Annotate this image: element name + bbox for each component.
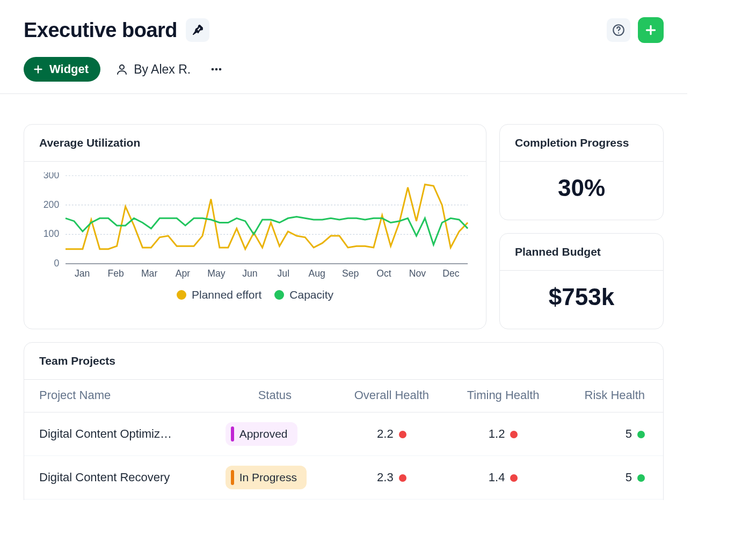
- legend-swatch-icon: [274, 290, 284, 300]
- cell-project-name: Energized-Meet Campa…: [24, 500, 215, 501]
- svg-point-4: [215, 68, 218, 71]
- health-dot-icon: [637, 431, 645, 438]
- svg-text:Sep: Sep: [342, 268, 359, 279]
- health-dot-icon: [637, 474, 645, 482]
- status-bar-icon: [231, 426, 234, 442]
- svg-point-5: [219, 68, 222, 71]
- health-dot-icon: [510, 431, 518, 438]
- status-label: In Progress: [239, 471, 297, 484]
- svg-text:Nov: Nov: [409, 268, 426, 279]
- cell-status: Approved: [215, 412, 335, 456]
- table-row[interactable]: Energized-Meet Campa…Completed2.31.75: [24, 500, 663, 501]
- legend-label: Capacity: [289, 288, 333, 301]
- budget-title: Planned Budget: [500, 234, 663, 271]
- health-dot-icon: [399, 474, 406, 482]
- svg-point-2: [120, 65, 124, 69]
- plus-icon: [32, 63, 44, 75]
- col-status[interactable]: Status: [215, 380, 335, 412]
- status-pill: Approved: [226, 422, 297, 446]
- more-menu-button[interactable]: [206, 59, 227, 80]
- add-widget-button[interactable]: Widget: [24, 57, 100, 82]
- cell-overall-health: 2.3: [335, 500, 448, 501]
- team-projects-card: Team Projects Project Name Status Overal…: [24, 342, 664, 500]
- completion-title: Completion Progress: [500, 125, 663, 162]
- cell-status: In Progress: [215, 456, 335, 500]
- cell-risk-health: 5: [558, 500, 663, 501]
- svg-text:100: 100: [43, 228, 60, 239]
- legend-capacity: Capacity: [274, 288, 333, 301]
- svg-text:0: 0: [54, 258, 59, 269]
- legend-label: Planned effort: [192, 288, 261, 301]
- health-dot-icon: [399, 431, 406, 438]
- svg-text:300: 300: [43, 172, 60, 180]
- more-icon: [209, 62, 224, 77]
- svg-text:May: May: [207, 268, 225, 279]
- cell-timing-health: 1.2: [448, 412, 558, 456]
- legend-planned-effort: Planned effort: [177, 288, 261, 301]
- table-title: Team Projects: [24, 343, 663, 380]
- status-pill: In Progress: [226, 466, 307, 489]
- projects-table: Project Name Status Overall Health Timin…: [24, 380, 663, 500]
- svg-text:Aug: Aug: [309, 268, 325, 279]
- health-dot-icon: [510, 474, 518, 482]
- svg-text:Mar: Mar: [141, 268, 157, 279]
- cell-timing-health: 1.7: [448, 500, 558, 501]
- pin-icon: [191, 24, 204, 37]
- cell-project-name: Digital Content Optimiz…: [24, 412, 215, 456]
- status-bar-icon: [231, 470, 234, 485]
- help-icon: [612, 23, 626, 37]
- svg-text:Feb: Feb: [107, 268, 123, 279]
- svg-text:Oct: Oct: [376, 268, 391, 279]
- cell-overall-health: 2.2: [335, 412, 448, 456]
- svg-point-3: [212, 68, 214, 71]
- svg-text:Apr: Apr: [176, 268, 191, 279]
- svg-text:Jun: Jun: [242, 268, 257, 279]
- cell-timing-health: 1.4: [448, 456, 558, 500]
- status-label: Approved: [239, 428, 288, 440]
- utilization-chart-card: Average Utilization 0100200300JanFebMarA…: [24, 124, 486, 329]
- svg-text:Jan: Jan: [75, 268, 90, 279]
- cell-overall-health: 2.3: [335, 456, 448, 500]
- cell-risk-health: 5: [558, 412, 663, 456]
- svg-text:200: 200: [43, 199, 60, 210]
- by-user-filter[interactable]: By Alex R.: [115, 62, 191, 77]
- legend-swatch-icon: [177, 290, 186, 300]
- pin-button[interactable]: [186, 18, 209, 42]
- cell-project-name: Digital Content Recovery: [24, 456, 215, 500]
- table-row[interactable]: Digital Content RecoveryIn Progress2.31.…: [24, 456, 663, 500]
- budget-card: Planned Budget $753k: [499, 233, 664, 329]
- completion-card: Completion Progress 30%: [499, 124, 664, 220]
- col-timing-health[interactable]: Timing Health: [448, 380, 558, 412]
- svg-point-1: [618, 32, 619, 33]
- page-title: Executive board: [24, 19, 177, 42]
- help-button[interactable]: [607, 18, 630, 42]
- widget-button-label: Widget: [49, 62, 89, 76]
- cell-risk-health: 5: [558, 456, 663, 500]
- budget-value: $753k: [549, 284, 614, 310]
- chart-legend: Planned effort Capacity: [39, 288, 471, 301]
- svg-text:Jul: Jul: [278, 268, 290, 279]
- plus-icon: [644, 23, 658, 37]
- user-icon: [115, 63, 128, 76]
- col-overall-health[interactable]: Overall Health: [335, 380, 448, 412]
- table-row[interactable]: Digital Content Optimiz…Approved2.21.25: [24, 412, 663, 456]
- utilization-chart: 0100200300JanFebMarAprMayJunJulAugSepOct…: [39, 172, 471, 280]
- col-project-name[interactable]: Project Name: [24, 380, 215, 412]
- svg-text:Dec: Dec: [442, 268, 459, 279]
- cell-status: Completed: [215, 500, 335, 501]
- add-button[interactable]: [638, 17, 664, 43]
- chart-title: Average Utilization: [24, 125, 486, 162]
- col-risk-health[interactable]: Risk Health: [558, 380, 663, 412]
- completion-value: 30%: [558, 175, 605, 201]
- by-user-label: By Alex R.: [134, 62, 191, 77]
